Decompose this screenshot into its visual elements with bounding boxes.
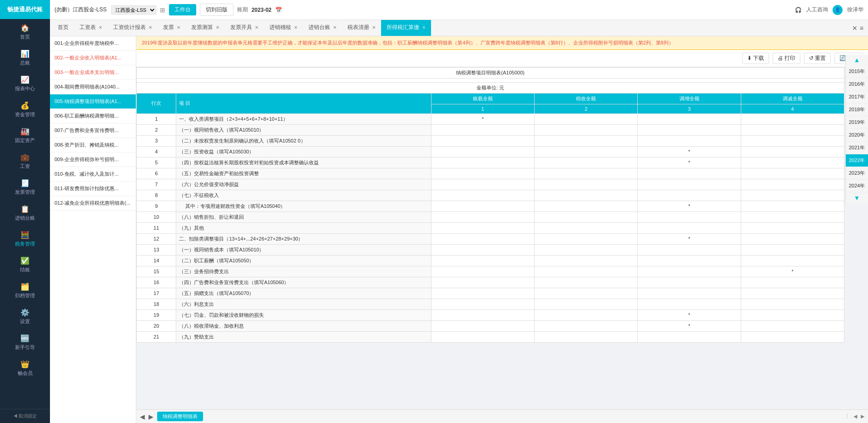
cell-e[interactable] <box>638 222 741 233</box>
print-button[interactable]: 🖨 打印 <box>773 53 800 64</box>
cell-e[interactable] <box>638 244 741 255</box>
year-2023[interactable]: 2023年 <box>846 167 868 180</box>
tab-close[interactable]: ✕ <box>255 25 258 30</box>
cell-c[interactable] <box>431 135 534 146</box>
tab-close[interactable]: ✕ <box>216 25 219 30</box>
cell-f[interactable] <box>741 255 844 266</box>
cell-e[interactable] <box>638 168 741 179</box>
sidebar-item-asset[interactable]: 💰 资金管理 <box>0 97 50 123</box>
cell-f[interactable] <box>741 331 844 342</box>
sheet-menu-icon[interactable]: ⋮ <box>845 413 850 419</box>
cell-f[interactable] <box>741 277 844 288</box>
cell-c[interactable] <box>431 255 534 266</box>
cell-c[interactable] <box>431 201 534 212</box>
form-item-011[interactable]: 011-研发费用加计扣除优惠... <box>50 182 136 196</box>
sidebar-item-settings[interactable]: ⚙️ 设置 <box>0 304 50 330</box>
form-item-002[interactable]: 002-一般企业收入明细表(A1... <box>50 51 136 65</box>
form-item-009[interactable]: 009-企业所得税弥补亏损明... <box>50 152 136 167</box>
sidebar-item-ledger[interactable]: 📊 总账 <box>0 45 50 71</box>
form-item-006[interactable]: 006-职工薪酬纳税调整明细... <box>50 109 136 123</box>
cell-f[interactable] <box>741 212 844 222</box>
cell-e[interactable] <box>638 212 741 222</box>
cell-c[interactable] <box>431 233 534 244</box>
form-item-007[interactable]: 007-广告费和业务宣传费明... <box>50 123 136 138</box>
cell-c[interactable] <box>431 299 534 310</box>
next-sheet-btn[interactable]: ▶ <box>149 413 154 420</box>
tab-close[interactable]: ✕ <box>422 25 426 30</box>
cell-f[interactable] <box>741 146 844 157</box>
support-label[interactable]: 人工咨询 <box>806 6 828 14</box>
year-2021[interactable]: 2021年 <box>846 142 868 154</box>
form-item-001[interactable]: 001-企业所得税年度纳税申... <box>50 36 136 51</box>
sidebar-item-guide[interactable]: 🆕 新手引导 <box>0 330 50 355</box>
form-item-010[interactable]: 010-免税、减计收入及加计... <box>50 167 136 182</box>
cell-d[interactable] <box>535 190 638 201</box>
cell-e[interactable] <box>638 179 741 190</box>
sidebar-item-fixed[interactable]: 🏭 固定资产 <box>0 123 50 148</box>
cell-d[interactable] <box>535 135 638 146</box>
cell-f[interactable] <box>741 113 844 124</box>
cell-d[interactable] <box>535 299 638 310</box>
user-name[interactable]: 徐泽华 <box>847 6 863 14</box>
year-2017[interactable]: 2017年 <box>846 91 868 103</box>
cell-e[interactable] <box>638 299 741 310</box>
cell-c[interactable]: * <box>431 113 534 124</box>
cell-c[interactable] <box>431 277 534 288</box>
company-select[interactable]: 江西股金-LSS <box>111 5 156 15</box>
cell-c[interactable] <box>431 310 534 320</box>
cell-f[interactable] <box>741 244 844 255</box>
cell-c[interactable] <box>431 146 534 157</box>
tab-jxjh[interactable]: 进销稽核 ✕ <box>264 20 303 36</box>
form-item-008[interactable]: 008-资产折旧、摊销及纳税... <box>50 138 136 152</box>
cell-f[interactable] <box>741 135 844 146</box>
cell-d[interactable] <box>535 212 638 222</box>
cell-e[interactable] <box>638 331 741 342</box>
cell-d[interactable] <box>535 244 638 255</box>
cell-c[interactable] <box>431 124 534 135</box>
cell-d[interactable] <box>535 310 638 320</box>
tab-income-tax[interactable]: 所得税汇算缴 ✕ <box>381 20 431 36</box>
cell-c[interactable] <box>431 266 534 277</box>
cell-f[interactable]: * <box>741 266 844 277</box>
cell-f[interactable] <box>741 157 844 168</box>
tab-close[interactable]: ✕ <box>372 25 376 30</box>
tab-tax-list[interactable]: 税表清册 ✕ <box>342 20 381 36</box>
workbench-button[interactable]: 工作台 <box>169 4 196 15</box>
cell-e[interactable] <box>638 135 741 146</box>
cell-c[interactable] <box>431 331 534 342</box>
cell-d[interactable] <box>535 201 638 212</box>
cell-e[interactable] <box>638 113 741 124</box>
year-2019[interactable]: 2019年 <box>846 116 868 129</box>
form-item-003[interactable]: 003-一般企业成本支出明细... <box>50 65 136 80</box>
tab-close[interactable]: ✕ <box>294 25 298 30</box>
cell-e[interactable] <box>638 277 741 288</box>
cell-f[interactable] <box>741 310 844 320</box>
cell-f[interactable] <box>741 233 844 244</box>
cell-e[interactable]: * <box>638 233 741 244</box>
sidebar-pin-toggle[interactable]: ◀ 取消固定 <box>0 409 50 423</box>
cell-c[interactable] <box>431 212 534 222</box>
tab-close[interactable]: ✕ <box>149 25 152 30</box>
cell-f[interactable] <box>741 320 844 331</box>
reset-button[interactable]: ↺ 重置 <box>804 53 831 64</box>
cell-c[interactable] <box>431 190 534 201</box>
cell-d[interactable] <box>535 331 638 342</box>
tab-menu-icon[interactable]: ≡ <box>860 25 863 32</box>
tab-close[interactable]: ✕ <box>99 25 102 30</box>
calendar-icon[interactable]: 📅 <box>275 7 282 13</box>
cell-c[interactable] <box>431 179 534 190</box>
cell-d[interactable] <box>535 124 638 135</box>
cell-d[interactable] <box>535 255 638 266</box>
cell-d[interactable] <box>535 146 638 157</box>
cell-f[interactable] <box>741 168 844 179</box>
cell-d[interactable] <box>535 277 638 288</box>
sidebar-item-settle[interactable]: ✅ 结账 <box>0 252 50 278</box>
cell-d[interactable] <box>535 233 638 244</box>
tab-invoice[interactable]: 发票 ✕ <box>158 20 186 36</box>
tab-invoice-calc[interactable]: 发票测算 ✕ <box>186 20 225 36</box>
old-version-button[interactable]: 切到旧版 <box>200 4 233 16</box>
cell-c[interactable] <box>431 168 534 179</box>
sidebar-item-report[interactable]: 📈 报表中心 <box>0 71 50 97</box>
tab-close[interactable]: ✕ <box>177 25 180 30</box>
sidebar-item-tax[interactable]: 🧮 税务管理 <box>0 226 50 252</box>
